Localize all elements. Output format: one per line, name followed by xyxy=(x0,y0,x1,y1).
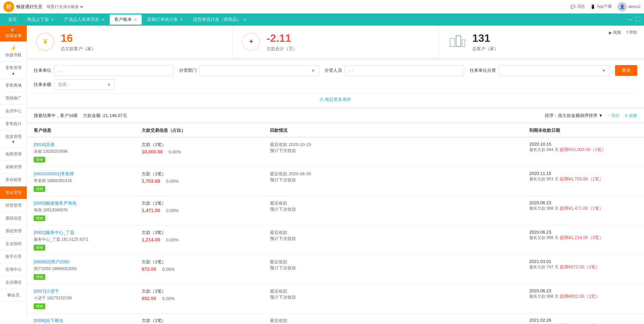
sidebar-item-inventory[interactable]: 库存核算 xyxy=(0,174,27,186)
customer-name[interactable]: [0016]吴俊 xyxy=(34,142,142,148)
quick-nav-icon: ⚡ xyxy=(1,45,25,51)
help-action[interactable]: ? 帮助 xyxy=(626,30,637,35)
overdue-days: 最长欠款 750 天 超期¥455.90（1笔） xyxy=(529,323,637,324)
balance-select[interactable]: 选择... ▼ xyxy=(54,79,115,90)
sidebar-item-purchase[interactable]: 采购管理 xyxy=(0,161,27,174)
debt-percent: 0.00% xyxy=(166,208,179,213)
refresh-btn[interactable]: ↻ 刷新 xyxy=(625,113,637,119)
maximize-btn[interactable]: ⛶ xyxy=(635,17,641,23)
overdue-amount[interactable]: 超期¥1,703.68（1笔） xyxy=(560,176,604,181)
customer-contact: 吴俊 13026203696 xyxy=(34,149,142,154)
table-body: [0016]吴俊 吴俊 13026203696 现销 欠款（1笔） 10,000… xyxy=(27,138,644,324)
customer-unit-select[interactable]: ··· xyxy=(54,65,174,76)
search-btn[interactable]: 查询 xyxy=(615,65,637,76)
customer-name[interactable]: [0002]服务中心_丁磊 xyxy=(34,230,142,236)
message-btn[interactable]: 💬 消息 xyxy=(570,4,585,9)
overdue-amount[interactable]: 超期¥1,471.00（1笔） xyxy=(560,206,604,211)
customer-name[interactable]: [0001020001]李老师 xyxy=(34,171,142,177)
export-btn[interactable]: ↑ 导出 xyxy=(608,113,619,119)
sort-label[interactable]: 排序：按欠款金额倒序排序 ▼ xyxy=(545,113,603,119)
sidebar-quick-nav[interactable]: ⚡ 快捷导航 xyxy=(0,41,27,62)
sidebar-item-member[interactable]: 会员中心 xyxy=(0,105,27,118)
video-action[interactable]: ▶ 视频 xyxy=(609,30,621,35)
sidebar-item-retail-store[interactable]: 零售商城 xyxy=(0,79,27,92)
overdue-amount[interactable]: 超期¥672.00（1笔） xyxy=(560,264,600,269)
stat-value-1: 16 xyxy=(61,32,224,45)
filter-row-1: 往来单位 ··· 分管部门 ▼ 分管人员 xyxy=(34,65,637,76)
svg-rect-4 xyxy=(450,38,455,47)
close-icon[interactable]: ✕ xyxy=(101,18,104,22)
sidebar-item-basic-info[interactable]: 基础信息 xyxy=(0,212,27,225)
overdue-amount[interactable]: 超期¥10,000.00（1笔） xyxy=(560,147,606,152)
filter-balance: 往来余额 选择... ▼ xyxy=(34,79,637,90)
sidebar-item-ecommerce[interactable]: 电商管理 xyxy=(0,148,27,161)
store-selector[interactable]: 母婴行业演示账套 xyxy=(45,4,84,9)
last-payment: 最近收款 xyxy=(270,288,529,294)
close-icon[interactable]: ✕ xyxy=(134,18,137,22)
customer-name[interactable]: [0006]去下粮仓 xyxy=(34,318,142,324)
stat-actions: ▶ 视频 ? 帮助 xyxy=(609,30,637,35)
close-icon[interactable]: ✕ xyxy=(51,18,54,22)
customer-unit-label: 往来单位 xyxy=(34,67,51,73)
overdue-amount[interactable]: 超期¥1,214.00（3笔） xyxy=(560,235,604,240)
debt-amount: 10,000.00 xyxy=(142,149,163,154)
stats-row: ¥ 16 总欠款客户（家） ✦ xyxy=(27,26,644,58)
tab-purchase-order[interactable]: 采购订单统计表 ✕ xyxy=(142,14,188,25)
close-icon[interactable]: ✕ xyxy=(243,18,246,22)
stat-card-1: ¥ 16 总欠款客户（家） xyxy=(27,26,233,58)
sidebar-item-new-guide[interactable]: 新手引导 xyxy=(0,251,27,263)
overdue-cell: 2020.06.23 最长欠款 998 天 超期¥1,471.00（1笔） xyxy=(529,200,637,211)
overdue-date: 2020.06.23 xyxy=(529,200,637,205)
debt-count: 欠款（1笔） xyxy=(142,259,270,265)
sidebar-item-system[interactable]: 系统管理 xyxy=(0,225,27,238)
minimize-btn[interactable]: — xyxy=(627,17,633,23)
overdue-date: 2021.03.01 xyxy=(529,259,637,264)
user-menu[interactable]: 👤 demo2 xyxy=(617,2,641,11)
customer-name[interactable]: [0003]畅捷服务尹海燕 xyxy=(34,200,142,206)
tab-product-off[interactable]: 商品上下架 ✕ xyxy=(22,14,59,25)
sidebar-item-finance[interactable]: 资金管理 xyxy=(0,186,27,199)
tab-home[interactable]: 首页 xyxy=(3,14,22,25)
overdue-cell: 2021.03.01 最长欠款 747 天 超期¥672.00（1笔） xyxy=(529,259,637,270)
debt-percent: 0.00% xyxy=(166,179,179,184)
unit-category-select[interactable]: ▼ xyxy=(499,65,610,76)
debt-cell: 欠款（1笔） 1,703.68 0.00% xyxy=(142,171,270,184)
results-summary: 搜索结果中，客户16家 欠款金额 -21,148.07元 xyxy=(34,113,127,119)
stat-icon-1: ¥ xyxy=(35,32,55,52)
sidebar-item-marketing[interactable]: 营销推广 xyxy=(0,92,27,105)
results-bar: 搜索结果中，客户16家 欠款金额 -21,148.07元 排序：按欠款金额倒序排… xyxy=(27,109,644,122)
manager-label: 分管人员 xyxy=(325,67,342,73)
collapse-row[interactable]: ⋀ 收起更多条件 xyxy=(34,93,637,102)
sidebar-item-operations[interactable]: 经营管理 xyxy=(0,199,27,212)
logo-area: 好 畅捷通好生意 xyxy=(3,1,43,12)
overdue-days: 最长欠款 884 天 超期¥10,000.00（1笔） xyxy=(529,147,637,153)
customer-name[interactable]: [000002]用户2050 xyxy=(34,259,142,265)
customer-contact: 李老师 18600391516 xyxy=(34,178,142,184)
return-cell: 最近收款 2020-10-15 预计下次收款 xyxy=(270,142,529,154)
sidebar-item-app-center[interactable]: 应用中心 xyxy=(0,263,27,276)
sidebar-item-batch-mgmt[interactable]: 批发管理 ▼ xyxy=(0,130,27,148)
sidebar-item-enterprise-wx[interactable]: 企业微信 xyxy=(0,276,27,289)
customer-name[interactable]: [0007]小进千 xyxy=(34,288,142,294)
sidebar: 🔍 搜索菜单 ⚡ 快捷导航 零售管理 ▲ 零售商城 营销推广 会员中心 零售统计 xyxy=(0,26,27,324)
sidebar-item-member-plus[interactable]: 畅会员 xyxy=(0,289,27,302)
app-download-btn[interactable]: 📱 App下载 xyxy=(590,4,612,9)
customer-cell: [0003]畅捷服务尹海燕 海燕 18513066976 现销 xyxy=(34,200,142,221)
sidebar-item-enterprise-coop[interactable]: 企业协同 xyxy=(0,238,27,251)
tab-purchase-stats[interactable]: 进货单统计表（按商品） ✕ xyxy=(188,14,251,25)
department-select[interactable]: ▼ xyxy=(199,65,319,76)
overdue-amount[interactable]: 超期¥652.00（1笔） xyxy=(560,294,600,299)
tab-product-history[interactable]: 产成品入库单历史 ✕ xyxy=(59,14,109,25)
manager-select[interactable]: ··· xyxy=(345,65,465,76)
stat-label-1: 总欠款客户（家） xyxy=(61,46,224,52)
tab-customer-account[interactable]: 客户账本 ✕ xyxy=(110,14,142,25)
close-icon[interactable]: ✕ xyxy=(180,18,183,22)
debt-percent: 0.00% xyxy=(162,296,175,301)
sidebar-item-retail-stats[interactable]: 零售统计 xyxy=(0,118,27,130)
return-cell: 最近收款 预计下次收款 xyxy=(270,288,529,300)
filter-unit-category: 往来单位分类 ▼ xyxy=(470,65,610,76)
sidebar-item-retail-mgmt[interactable]: 零售管理 ▲ xyxy=(0,62,27,79)
overdue-date: 2021.02.26 xyxy=(529,318,637,323)
search-menu-btn[interactable]: 🔍 搜索菜单 xyxy=(0,26,27,41)
debt-percent: 0.00% xyxy=(162,267,175,272)
